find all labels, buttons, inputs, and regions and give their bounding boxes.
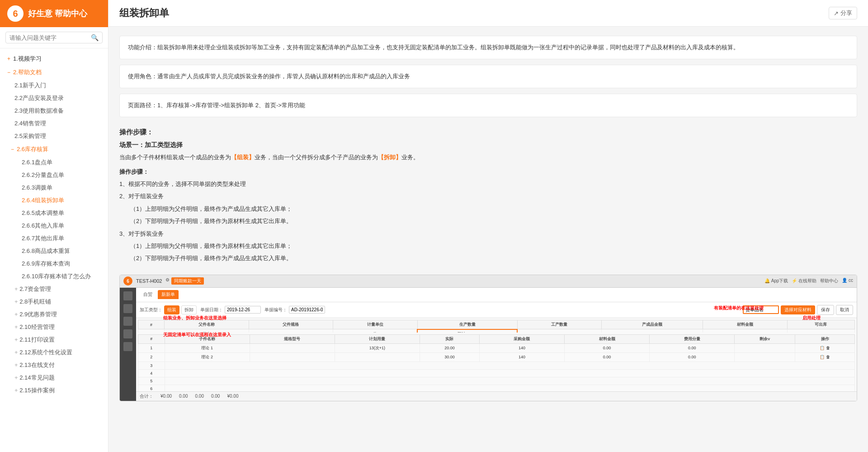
mock-type-label: 加工类型： — [140, 307, 162, 313]
step1: 1、根据不同的业务，选择不同单据的类型来处理 — [119, 179, 857, 189]
col-plan-qty: 计划用量 — [335, 334, 420, 343]
mock-tab-new[interactable]: 新新单 — [158, 290, 179, 299]
sidebar-item-s25[interactable]: 2.5采购管理 — [0, 130, 108, 143]
sidebar-item-s265[interactable]: 2.6.5成本调整单 — [0, 207, 108, 219]
sidebar-item-s21[interactable]: 2.1新手入门 — [0, 79, 108, 92]
mock-lower-table: # 子件名称 规格型号 计划用量 实际 采购金额 材料金额 费用分量 — [136, 333, 857, 391]
mock-form-section: 加工类型： 组装 拆卸 单据日期： — [136, 302, 857, 318]
mock-num-input[interactable] — [289, 306, 325, 314]
mock-date-input[interactable] — [225, 306, 261, 314]
sidebar-item-s24[interactable]: 2.4销售管理 — [0, 117, 108, 130]
mock-nav-highlight: 同期账款一天 — [171, 277, 204, 285]
mock-field-num: 单据编号： — [264, 306, 325, 314]
intro-block: 功能介绍：组装拆卸单用来处理企业组装或拆卸等加工业务，支持有固定装配清单的产品加… — [119, 36, 857, 59]
sidebar-item-label: 2.6库存核算 — [17, 145, 48, 153]
collapse-icon-s26: − — [11, 146, 14, 152]
sidebar-item-video[interactable]: + 1.视频学习 — [0, 52, 108, 66]
sidebar-item-s268[interactable]: 2.6.8商品成本重算 — [0, 245, 108, 257]
col-parent-name: 父件名称 — [165, 320, 249, 329]
sidebar-item-s215[interactable]: + 2.15操作案例 — [0, 384, 108, 397]
mock-type-zhuang[interactable]: 组装 — [164, 305, 179, 314]
sidebar-item-s210[interactable]: + 2.10经营管理 — [0, 321, 108, 333]
mock-sidebar-icon-1 — [123, 291, 132, 300]
sidebar-item-s269[interactable]: 2.6.9库存账本查询 — [0, 257, 108, 270]
col-avail: 可出库 — [787, 320, 854, 329]
app-logo: 6 — [7, 5, 24, 22]
mock-cancel-btn[interactable]: 取消 — [836, 305, 853, 315]
role-text: 使用角色：通常由生产人员或库管人员完成拆装业务的操作，库管人员确认原材料的出库和… — [128, 73, 410, 80]
search-box: 🔍 — [0, 27, 108, 48]
col-unit: 计量单位 — [333, 320, 418, 329]
sidebar-item-s262[interactable]: 2.6.2分量盘点单 — [0, 169, 108, 181]
path-text: 页面路径：1、库存核算->库存管理->组装拆卸单 2、首页->常用功能 — [128, 102, 305, 109]
mock-tabbar: 自贸 新新单 — [136, 288, 857, 302]
step3-2: （2）下部明细为子件明细，最终作为产成品生成其它入库单。 — [130, 253, 857, 263]
upper-table-row-1: 1 关木 件 预计 +1.00 — [138, 329, 855, 333]
sidebar-item-help[interactable]: − 2.帮助文档 — [0, 66, 108, 79]
mock-work-area: 自贸 新新单 加工类型： 组装 拆卸 — [136, 288, 857, 401]
mock-sidebar-icon-2 — [123, 304, 132, 313]
screenshot-mockup: 6 TEST-H002 ⚙ 同期账款一天 🔔 App下载 ⚡ 在线帮助 帮助中心… — [119, 275, 857, 401]
mock-body: 自贸 新新单 加工类型： 组装 拆卸 — [120, 288, 857, 401]
share-icon: ↗ — [834, 10, 839, 17]
sidebar-item-label: 2.帮助文档 — [13, 68, 42, 76]
mock-lower-table-el: # 子件名称 规格型号 计划用量 实际 采购金额 材料金额 费用分量 — [138, 334, 855, 391]
sidebar: 6 好生意 帮助中心 🔍 + 1.视频学习 − 2.帮助文档 2.1新手入门 2… — [0, 0, 108, 452]
sidebar-item-s263[interactable]: 2.6.3调拨单 — [0, 181, 108, 194]
mock-confirm-btn[interactable]: 选择对应材料 — [781, 305, 815, 314]
mock-total-val5: ¥0.00 — [227, 394, 238, 399]
sidebar-item-s2610[interactable]: 2.6.10库存账本错了怎么办 — [0, 270, 108, 283]
nav-list: + 1.视频学习 − 2.帮助文档 2.1新手入门 2.2产品安装及登录 2.3… — [0, 48, 108, 452]
step2-2: （2）下部明细为子件明细，最终作为原材料生成其它出库单。 — [130, 216, 857, 226]
sidebar-item-s214[interactable]: + 2.14常见问题 — [0, 371, 108, 384]
step2-1: （1）上部明细为父件明细，最终作为产成品生成其它入库单； — [130, 204, 857, 214]
sidebar-item-label: 1.视频学习 — [13, 55, 42, 63]
sidebar-item-s264[interactable]: 2.6.4组装拆卸单 — [0, 194, 108, 207]
search-wrap[interactable]: 🔍 — [5, 32, 103, 43]
col-prod-amount: 产成品金额 — [602, 320, 703, 329]
mock-total-row: 合计： ¥0.00 0.00 0.00 0.00 ¥0.00 — [136, 391, 857, 401]
mock-topbar-right: 🔔 App下载 ⚡ 在线帮助 帮助中心 👤 cc — [764, 278, 853, 284]
search-icon[interactable]: 🔍 — [91, 34, 99, 41]
mock-total-val1: ¥0.00 — [160, 394, 172, 399]
mock-type-selector[interactable]: 组装 拆卸 — [164, 305, 197, 314]
col-parent-spec: 父件规格 — [249, 320, 333, 329]
mock-upper-table-el: # 父件名称 父件规格 计量单位 生产数量 工产数量 产成品金额 材料金额 可出 — [138, 320, 855, 333]
sidebar-item-s29[interactable]: + 2.9优惠券管理 — [0, 308, 108, 321]
mock-sidebar-icon-3 — [123, 317, 132, 326]
mock-type-chai[interactable]: 拆卸 — [181, 305, 197, 314]
lower-table-row-3: 3 — [138, 362, 855, 369]
mock-goods-input[interactable] — [743, 305, 779, 314]
col-child-spec: 规格型号 — [250, 334, 335, 343]
sidebar-item-s23[interactable]: 2.3使用前数据准备 — [0, 105, 108, 117]
col-hash: # — [138, 320, 165, 329]
col-buy-amount: 采购金额 — [479, 334, 564, 343]
collapse-icon: − — [7, 69, 10, 76]
col-ops: 操作 — [795, 334, 855, 343]
sidebar-item-s213[interactable]: + 2.13在线支付 — [0, 359, 108, 371]
sidebar-item-s26[interactable]: − 2.6库存核算 — [0, 143, 108, 156]
lower-table-row-2: 2 理论 2 30.00 140 0.00 0.00 — [138, 352, 855, 362]
search-input[interactable] — [9, 34, 91, 41]
mock-tab-zifu[interactable]: 自贸 — [140, 290, 156, 299]
lower-table-row-5: 5 — [138, 377, 855, 385]
share-button[interactable]: ↗ 分享 — [829, 7, 857, 19]
sidebar-item-s266[interactable]: 2.6.6其他入库单 — [0, 219, 108, 232]
sidebar-item-s267[interactable]: 2.6.7其他出库单 — [0, 232, 108, 245]
main-header: 组装拆卸单 ↗ 分享 — [108, 0, 868, 27]
sidebar-item-s22[interactable]: 2.2产品安装及登录 — [0, 92, 108, 105]
mock-left-sidebar — [120, 288, 136, 401]
sidebar-item-s28[interactable]: + 2.8手机旺铺 — [0, 295, 108, 308]
mock-save-btn[interactable]: 保存 — [817, 305, 834, 315]
annotation5: 无固定清单可以在流程在这里录入 — [163, 332, 231, 338]
sidebar-item-s27[interactable]: + 2.7资金管理 — [0, 283, 108, 295]
mock-total-val2: 0.00 — [179, 394, 188, 399]
main-area: 组装拆卸单 ↗ 分享 功能介绍：组装拆卸单用来处理企业组装或拆卸等加工业务，支持… — [108, 0, 868, 452]
col-fee: 费用分量 — [650, 334, 735, 343]
sidebar-item-s261[interactable]: 2.6.1盘点单 — [0, 156, 108, 169]
operations-title: 操作步骤： — [119, 128, 857, 137]
sidebar-item-s211[interactable]: + 2.11打印设置 — [0, 333, 108, 346]
annotation3: 组装业务、拆卸业务在这里选择 — [163, 315, 226, 321]
lower-table-row-4: 4 — [138, 369, 855, 377]
sidebar-item-s212[interactable]: + 2.12系统个性化设置 — [0, 346, 108, 359]
